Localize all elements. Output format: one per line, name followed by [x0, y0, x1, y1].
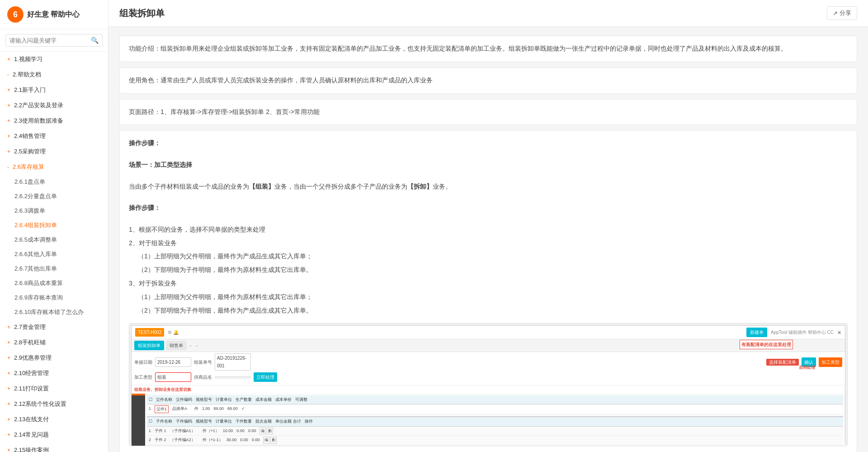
col2-unit: 计量单位 — [216, 418, 232, 425]
mock-select-btn[interactable]: 选择装配清单 — [766, 359, 799, 366]
col2-qty: 子件数量 — [236, 418, 252, 425]
nav-item-nav-2-6[interactable]: - 2.6库存核算 — [0, 159, 108, 175]
nav-item-nav-2-4[interactable]: + 2.4销售管理 — [0, 128, 108, 144]
logo-icon: 6 — [7, 6, 24, 23]
nav-item-nav-2-2[interactable]: + 2.2产品安装及登录 — [0, 98, 108, 113]
col2-unit-price: 单位金额 合计 — [275, 418, 301, 425]
nav-item-nav-2-11[interactable]: + 2.11打印设置 — [0, 381, 108, 396]
nav-item-nav-2-8[interactable]: + 2.8手机旺铺 — [0, 335, 108, 350]
top-bar: 组装拆卸单 ↗ 分享 — [108, 0, 868, 27]
step2-2: （2）下部明细为子件明细，最终作为原材料生成其它出库单。 — [129, 265, 848, 276]
nav-item-nav-2-7[interactable]: + 2.7资金管理 — [0, 319, 108, 335]
nav-subitem-nav-2-6-1[interactable]: 2.6.1盘点单 — [0, 175, 108, 189]
search-input[interactable] — [9, 37, 91, 44]
mock-date-input: 2019-12-26 — [155, 357, 191, 367]
col2-ops: 操作 — [305, 418, 313, 425]
mock-sidebar-indicator — [132, 394, 145, 395]
nav-parent-nav-2[interactable]: - 2.帮助文档 — [0, 67, 108, 82]
mock-form-row1: 单据日期 2019-12-26 组装单号 AD-20191226-001 选择装… — [134, 353, 842, 371]
mock-tab-other[interactable]: 销售单 — [166, 341, 187, 350]
search-area: 🔍 — [0, 29, 108, 52]
mock-topbar-right: AppTool 辅助插件 帮助中心 CC — [771, 328, 834, 336]
scene-title: 场景一：加工类型选择 — [129, 160, 848, 171]
overlay-annotation1: 有装配清单的在这里处理 — [740, 340, 793, 349]
mock-order-input: AD-20191226-001 — [215, 353, 251, 371]
mock-nav-icons: ← → — [189, 342, 199, 349]
nav-item-nav-2-10[interactable]: + 2.10经营管理 — [0, 366, 108, 381]
row1-code: 品插单A — [172, 405, 187, 413]
nav-subitem-nav-2-6-6[interactable]: 2.6.6其他入库单 — [0, 247, 108, 262]
main-area: 组装拆卸单 ↗ 分享 功能介绍：组装拆卸单用来处理企业组装或拆卸等加工业务，支持… — [108, 0, 868, 452]
mock-process-btn[interactable]: 立即处理 — [254, 372, 277, 382]
search-icon[interactable]: 🔍 — [91, 37, 99, 44]
path-card: 页面路径：1、库存核算->库存管理->组装拆卸单 2、首页->常用功能 — [119, 99, 857, 125]
search-box: 🔍 — [5, 34, 103, 47]
nav-subitem-nav-2-6-9[interactable]: 2.6.9库存账本查询 — [0, 290, 108, 305]
operation-title: 操作步骤： — [129, 138, 848, 149]
step1: 1、根据不同的业务，选择不同单据的类型来处理 — [129, 224, 848, 235]
mock-tab-active[interactable]: 新建单 — [746, 328, 767, 337]
role-text: 使用角色：通常由生产人员或库管人员完成拆装业务的操作，库管人员确认原材料的出库和… — [129, 75, 848, 86]
row1-name: 父件1 — [155, 405, 169, 413]
lower-row1: 1 子件 1 （子件编A1） 件（+1） 10.00 0.00 0.00 编删 — [147, 427, 843, 436]
col2-name: 子件名称 — [156, 418, 172, 425]
mock-type-label: 加工类型 — [134, 373, 152, 381]
intro-text: 功能介绍：组装拆卸单用来处理企业组装或拆卸等加工业务，支持有固定装配清单的产品加… — [129, 43, 848, 54]
nav-subitem-nav-2-6-5[interactable]: 2.6.5成本调整单 — [0, 233, 108, 247]
page-title: 组装拆卸单 — [119, 7, 165, 19]
col-parent-name: 父件名称 — [156, 396, 172, 403]
operations-card: 操作步骤： 场景一：加工类型选择 当由多个子件材料组装成一个成品的业务为【组装】… — [119, 130, 857, 452]
mock-annotation1-area: 选择装配清单 — [766, 357, 799, 367]
nav-item-nav-2-14[interactable]: + 2.14常见问题 — [0, 427, 108, 442]
role-card: 使用角色：通常由生产人员或库管人员完成拆装业务的操作，库管人员确认原材料的出库和… — [119, 67, 857, 94]
nav-item-nav-2-1[interactable]: + 2.1新手入门 — [0, 82, 108, 98]
share-label: 分享 — [840, 9, 851, 17]
nav-item-nav-2-12[interactable]: + 2.12系统个性化设置 — [0, 396, 108, 412]
mock-upper-table-header: ☐ 父件名称 父件编码 规格型号 计量单位 生产数量 成本金额 成本单价 可调整 — [147, 395, 843, 404]
share-icon: ↗ — [833, 10, 838, 17]
col-cost: 成本金额 — [255, 396, 272, 403]
nav-subitem-nav-2-6-4[interactable]: 2.6.4组装拆卸单 — [0, 218, 108, 233]
mock-main-content: ☐ 父件名称 父件编码 规格型号 计量单位 生产数量 成本金额 成本单价 可调整 — [145, 394, 845, 446]
col-check: ☐ — [149, 396, 152, 403]
nav-subitem-nav-2-6-10[interactable]: 2.6.10库存账本错了怎么办 — [0, 305, 108, 319]
annotation-qiyong: 启用处理 — [799, 364, 815, 371]
lower-row3: 3 — [147, 445, 843, 446]
mock-form-row2: 加工类型 组装 供商品名 立即处理 启用处理 — [134, 372, 842, 382]
nav-list: + 1.视频学习- 2.帮助文档+ 2.1新手入门+ 2.2产品安装及登录+ 2… — [0, 52, 108, 452]
sidebar: 6 好生意 帮助中心 🔍 + 1.视频学习- 2.帮助文档+ 2.1新手入门+ … — [0, 0, 108, 452]
col-parent-code: 父件编码 — [176, 396, 192, 403]
nav-parent-nav-1[interactable]: + 1.视频学习 — [0, 52, 108, 67]
nav-item-nav-2-9[interactable]: + 2.9优惠券管理 — [0, 350, 108, 366]
mock-tab-assembly[interactable]: 组装拆卸单 — [134, 341, 164, 350]
mock-sidebar — [132, 394, 145, 446]
nav-subitem-nav-2-6-2[interactable]: 2.6.2分量盘点单 — [0, 189, 108, 204]
nav-item-nav-2-13[interactable]: + 2.13在线支付 — [0, 412, 108, 427]
logo-text: 好生意 帮助中心 — [27, 10, 80, 19]
col-unit: 计量单位 — [216, 396, 232, 403]
mock-topbar-icons: ⚙ 🔔 — [168, 328, 179, 336]
share-button[interactable]: ↗ 分享 — [827, 6, 857, 20]
col2-spec: 规格型号 — [196, 418, 212, 425]
mock-form-header: 单据日期 2019-12-26 组装单号 AD-20191226-001 选择装… — [132, 352, 845, 385]
step2-1: （1）上部明细为父件明细，最终作为产成品生成其它入库单； — [129, 251, 848, 262]
nav-item-nav-2-5[interactable]: + 2.5采购管理 — [0, 144, 108, 159]
mock-type-btn[interactable]: 加工类型 — [819, 357, 842, 367]
nav-subitem-nav-2-6-8[interactable]: 2.6.8商品成本重算 — [0, 276, 108, 290]
mock-supplier-input — [215, 376, 251, 378]
screenshot-inner: TEST-H002 ⚙ 🔔 新建单 AppTool 辅助插件 帮助中心 CC ✕… — [129, 324, 847, 446]
mock-window: TEST-H002 ⚙ 🔔 新建单 AppTool 辅助插件 帮助中心 CC ✕… — [131, 325, 845, 444]
nav-item-nav-2-3[interactable]: + 2.3使用前数据准备 — [0, 113, 108, 128]
mock-close-icon[interactable]: ✕ — [837, 328, 841, 337]
row1-cost: 89.00 — [214, 405, 224, 413]
row1-unit: 件 — [194, 405, 198, 413]
mock-order-label: 组装单号 — [194, 358, 212, 366]
col-qty: 生产数量 — [236, 396, 252, 403]
mock-upper-row1: 1 父件1 品插单A 件 1.00 89.00 89.00 ✓ — [147, 404, 843, 414]
nav-subitem-nav-2-6-7[interactable]: 2.6.7其他出库单 — [0, 262, 108, 276]
nav-subitem-nav-2-6-3[interactable]: 2.6.3调拨单 — [0, 204, 108, 218]
step3-1: （1）上部明细为父件明细，最终作为原材料生成其它出库单； — [129, 292, 848, 303]
mock-company: TEST-H002 — [135, 328, 164, 337]
nav-item-nav-2-15[interactable]: + 2.15操作案例 — [0, 442, 108, 452]
col-spec: 规格型号 — [196, 396, 212, 403]
